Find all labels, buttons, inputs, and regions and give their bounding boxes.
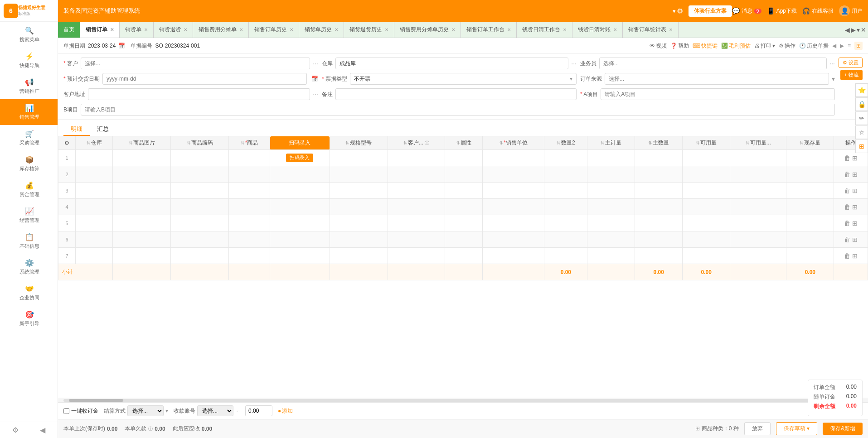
online-service-btn[interactable]: 🎧 在线客服: [802, 7, 834, 15]
row1-attributes[interactable]: [445, 150, 482, 166]
tab-sales-stats[interactable]: 销售订单统计表 ✕: [623, 22, 679, 38]
delete-icon-1[interactable]: 🗑: [844, 154, 850, 162]
row5-customer-field[interactable]: [388, 215, 445, 231]
next-record-icon[interactable]: ▶: [840, 43, 844, 49]
tab-menu-icon[interactable]: ▾: [857, 26, 860, 34]
tab-sales-return-history[interactable]: 销货退货历史 ✕: [344, 22, 394, 38]
view-btn[interactable]: 👁 视频: [650, 42, 667, 50]
row5-main-qty[interactable]: [635, 215, 683, 231]
row2-product-image[interactable]: [113, 166, 171, 183]
row6-product[interactable]: [229, 231, 270, 248]
row3-customer-field[interactable]: [388, 183, 445, 199]
payment-method-select[interactable]: 选择...: [127, 405, 164, 416]
row1-available[interactable]: [683, 150, 730, 166]
sidebar-item-quick-nav[interactable]: ⚡ 快捷导航: [0, 48, 58, 73]
tab-close-sales-order-workbench[interactable]: ✕: [507, 27, 511, 32]
b-project-input[interactable]: [81, 104, 835, 116]
delete-icon-3[interactable]: 🗑: [844, 187, 850, 194]
customer-address-input[interactable]: [88, 88, 310, 100]
row7-sales-unit[interactable]: [482, 248, 544, 264]
row4-qty2[interactable]: [544, 199, 587, 215]
tab-detail[interactable]: 明细: [63, 123, 90, 136]
row1-spec[interactable]: [330, 150, 388, 166]
row4-product-image[interactable]: [113, 199, 171, 215]
tab-close-sales-return[interactable]: ✕: [184, 27, 187, 32]
row2-available[interactable]: [683, 166, 730, 183]
row3-attributes[interactable]: [445, 183, 482, 199]
tab-sales-expense-history[interactable]: 销售费用分摊单历史 ✕: [394, 22, 461, 38]
row5-qty2[interactable]: [544, 215, 587, 231]
list-view-icon[interactable]: ≡: [848, 43, 851, 49]
one-click-input[interactable]: [63, 408, 69, 414]
order-source-input[interactable]: [605, 73, 829, 85]
row2-stock[interactable]: [786, 166, 834, 183]
row5-product-code[interactable]: [171, 215, 229, 231]
salesman-more-icon[interactable]: ···: [829, 60, 835, 67]
tab-sales-invoice[interactable]: 销货单 ✕: [120, 22, 154, 38]
dropdown-icon[interactable]: ▾: [673, 8, 676, 14]
sidebar-item-operations[interactable]: 📈 经营管理: [0, 202, 58, 228]
invoice-type-select[interactable]: 不开票 ▾: [350, 73, 577, 85]
payment-more-icon[interactable]: ▾: [165, 408, 168, 414]
row7-customer-field[interactable]: [388, 248, 445, 264]
customer-more-icon[interactable]: ···: [313, 60, 318, 67]
discard-btn[interactable]: 放弃: [744, 422, 771, 435]
row6-warehouse[interactable]: [76, 231, 113, 248]
row4-customer-field[interactable]: [388, 199, 445, 215]
row7-product-code[interactable]: [171, 248, 229, 264]
save-draft-btn[interactable]: 保存草稿 ▾: [776, 422, 817, 435]
row2-product[interactable]: [229, 166, 270, 183]
row6-spec[interactable]: [330, 231, 388, 248]
row3-spec[interactable]: [330, 183, 388, 199]
row1-product[interactable]: [229, 150, 270, 166]
row6-main-unit[interactable]: [587, 231, 635, 248]
sidebar-item-search[interactable]: 🔍 搜索菜单: [0, 22, 58, 48]
messages-btn[interactable]: 💬 消息 9: [732, 7, 761, 15]
tab-sales-expense-split[interactable]: 销售费用分摊单 ✕: [193, 22, 249, 38]
scan-btn-1[interactable]: 扫码录入: [286, 154, 313, 162]
copy-icon-5[interactable]: ⊞: [852, 220, 858, 227]
row2-warehouse[interactable]: [76, 166, 113, 183]
calendar2-icon[interactable]: 📅: [311, 76, 318, 82]
row2-attributes[interactable]: [445, 166, 482, 183]
tab-close-cash-daily[interactable]: ✕: [563, 27, 567, 32]
row1-stock[interactable]: [786, 150, 834, 166]
row4-attributes[interactable]: [445, 199, 482, 215]
row1-sales-unit[interactable]: [482, 150, 544, 166]
row6-attributes[interactable]: [445, 231, 482, 248]
salesman-input[interactable]: [599, 58, 827, 69]
sidebar-item-basic-info[interactable]: 📋 基础信息: [0, 228, 58, 254]
delete-icon-7[interactable]: 🗑: [844, 252, 850, 260]
row5-stock[interactable]: [786, 215, 834, 231]
calendar-icon[interactable]: 📅: [118, 43, 125, 49]
sidebar-item-marketing[interactable]: 📢 营销推广: [0, 73, 58, 99]
row7-main-unit[interactable]: [587, 248, 635, 264]
row7-stock[interactable]: [786, 248, 834, 264]
sidebar-item-sales[interactable]: 📊 销售管理: [0, 99, 58, 125]
row3-main-qty[interactable]: [635, 183, 683, 199]
copy-icon-4[interactable]: ⊞: [852, 203, 858, 211]
order-source-dropdown-icon[interactable]: ▾: [832, 75, 835, 82]
row3-qty2[interactable]: [544, 183, 587, 199]
tab-sales-return[interactable]: 销货退货 ✕: [154, 22, 193, 38]
row1-warehouse[interactable]: [76, 150, 113, 166]
row3-product[interactable]: [229, 183, 270, 199]
row6-customer-field[interactable]: [388, 231, 445, 248]
delete-icon-2[interactable]: 🗑: [844, 171, 850, 178]
row3-warehouse[interactable]: [76, 183, 113, 199]
tab-close-cash-reconcile[interactable]: ✕: [613, 27, 617, 32]
row4-available2[interactable]: [730, 199, 786, 215]
row1-main-qty[interactable]: [635, 150, 683, 166]
row6-stock[interactable]: [786, 231, 834, 248]
tab-sales-order[interactable]: 销售订单 ✕: [80, 22, 120, 38]
sidebar-item-guide[interactable]: 🎯 新手引导: [0, 306, 58, 332]
sidebar-item-inventory[interactable]: 📦 库存核算: [0, 151, 58, 177]
tab-close-sales-expense-history[interactable]: ✕: [451, 27, 455, 32]
row1-qty2[interactable]: [544, 150, 587, 166]
row3-available2[interactable]: [730, 183, 786, 199]
row6-main-qty[interactable]: [635, 231, 683, 248]
row3-main-unit[interactable]: [587, 183, 635, 199]
tab-close-sales-order[interactable]: ✕: [110, 27, 114, 32]
print-dropdown-icon[interactable]: ▾: [772, 43, 775, 49]
tab-home[interactable]: 首页: [58, 22, 80, 38]
